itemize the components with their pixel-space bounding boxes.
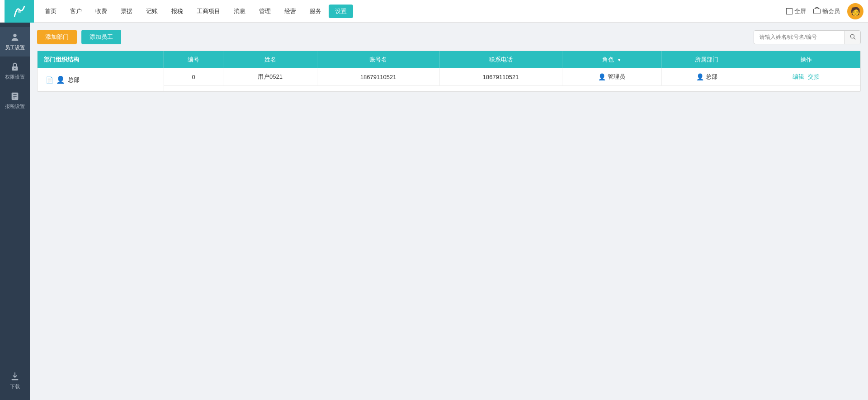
sidebar: 员工设置 权限设置 报税设置 下载 <box>0 23 30 400</box>
sidebar-item-download[interactable]: 下载 <box>0 366 30 395</box>
dept-value: 总部 <box>706 73 717 81</box>
col-header-id: 编号 <box>164 51 223 68</box>
sidebar-item-employee[interactable]: 员工设置 <box>0 27 30 56</box>
nav-item-首页[interactable]: 首页 <box>38 5 63 18</box>
employee-table: 编号 姓名 账号名 联系电话 角色 ▼ 所属部门 操作 0 用户0521 <box>164 51 860 86</box>
cell-dept: 👤 总部 <box>662 68 752 86</box>
role-value: 管理员 <box>608 73 625 81</box>
sidebar-item-employee-label: 员工设置 <box>5 44 25 51</box>
action-交接[interactable]: 交接 <box>808 73 820 80</box>
search-button[interactable] <box>844 31 860 44</box>
nav-item-票据[interactable]: 票据 <box>114 5 139 18</box>
nav-right: 全屏 畅会员 🧑 <box>786 3 863 19</box>
dept-panel: 部门组织结构 📄 👤 总部 <box>38 51 164 91</box>
logo <box>5 0 34 23</box>
svg-line-10 <box>854 38 855 39</box>
person-icon <box>10 33 20 42</box>
nav-item-经营[interactable]: 经营 <box>278 5 302 18</box>
top-navbar: 首页客户收费票据记账报税工商项目消息管理经营服务设置 全屏 畅会员 🧑 <box>0 0 868 23</box>
action-编辑[interactable]: 编辑 <box>793 73 804 80</box>
cell-role: 👤 管理员 <box>562 68 661 86</box>
dept-person-icon: 👤 <box>56 75 65 84</box>
main-content: 添加部门 添加员工 部门组织结构 📄 👤 总部 <box>30 23 868 400</box>
content-area: 部门组织结构 📄 👤 总部 编号 姓名 账号名 联系电话 <box>37 51 861 92</box>
dept-tree: 📄 👤 总部 <box>38 68 164 91</box>
svg-point-3 <box>14 68 16 69</box>
nav-item-管理[interactable]: 管理 <box>253 5 277 18</box>
nav-item-记账[interactable]: 记账 <box>140 5 164 18</box>
nav-item-报税[interactable]: 报税 <box>165 5 189 18</box>
lock-icon <box>10 62 20 72</box>
user-avatar[interactable]: 🧑 <box>847 3 863 19</box>
fullscreen-icon <box>786 8 793 14</box>
col-header-dept: 所属部门 <box>662 51 752 68</box>
member-label: 畅会员 <box>822 7 840 15</box>
col-header-action: 操作 <box>752 51 860 68</box>
search-input[interactable] <box>754 31 844 43</box>
nav-item-消息[interactable]: 消息 <box>227 5 252 18</box>
fullscreen-label: 全屏 <box>794 7 806 15</box>
cell-actions: 编辑交接 <box>752 68 860 86</box>
cell-account: 18679110521 <box>317 68 439 86</box>
nav-item-客户[interactable]: 客户 <box>64 5 88 18</box>
dept-panel-header: 部门组织结构 <box>38 51 164 68</box>
dept-name: 总部 <box>68 76 80 84</box>
member-button[interactable]: 畅会员 <box>813 7 840 15</box>
sidebar-item-tax[interactable]: 报税设置 <box>0 86 30 115</box>
add-dept-button[interactable]: 添加部门 <box>37 30 77 44</box>
col-header-name: 姓名 <box>223 51 317 68</box>
table-panel: 编号 姓名 账号名 联系电话 角色 ▼ 所属部门 操作 0 用户0521 <box>164 51 860 91</box>
nav-item-收费[interactable]: 收费 <box>89 5 113 18</box>
svg-point-0 <box>18 9 21 13</box>
col-header-account: 账号名 <box>317 51 439 68</box>
cell-name: 用户0521 <box>223 68 317 86</box>
report-icon <box>10 91 20 101</box>
file-icon: 📄 <box>46 76 53 84</box>
search-icon <box>849 33 856 40</box>
nav-item-工商项目[interactable]: 工商项目 <box>190 5 226 18</box>
sidebar-item-permissions[interactable]: 权限设置 <box>0 56 30 86</box>
download-icon <box>10 372 20 381</box>
role-person-icon: 👤 <box>598 73 606 80</box>
sidebar-download-label: 下载 <box>10 383 20 390</box>
svg-rect-8 <box>12 379 19 381</box>
cell-id: 0 <box>164 68 223 86</box>
svg-point-1 <box>13 34 16 37</box>
table-header-row: 编号 姓名 账号名 联系电话 角色 ▼ 所属部门 操作 <box>164 51 860 68</box>
dept-tree-item[interactable]: 📄 👤 总部 <box>42 73 159 87</box>
sidebar-item-permissions-label: 权限设置 <box>5 74 25 80</box>
col-header-phone: 联系电话 <box>439 51 562 68</box>
col-header-role[interactable]: 角色 ▼ <box>562 51 661 68</box>
sidebar-item-tax-label: 报税设置 <box>5 103 25 110</box>
search-area <box>754 30 861 44</box>
filter-icon: ▼ <box>617 57 622 62</box>
nav-item-设置[interactable]: 设置 <box>329 5 353 18</box>
dept-cell-person-icon: 👤 <box>696 73 704 80</box>
toolbar: 添加部门 添加员工 <box>37 30 861 44</box>
nav-menu: 首页客户收费票据记账报税工商项目消息管理经营服务设置 <box>38 5 786 18</box>
cell-phone: 18679110521 <box>439 68 562 86</box>
add-employee-button[interactable]: 添加员工 <box>81 30 121 44</box>
table-row: 0 用户0521 18679110521 18679110521 👤 管理员 👤… <box>164 68 860 86</box>
fullscreen-button[interactable]: 全屏 <box>786 7 806 15</box>
nav-item-服务[interactable]: 服务 <box>303 5 328 18</box>
